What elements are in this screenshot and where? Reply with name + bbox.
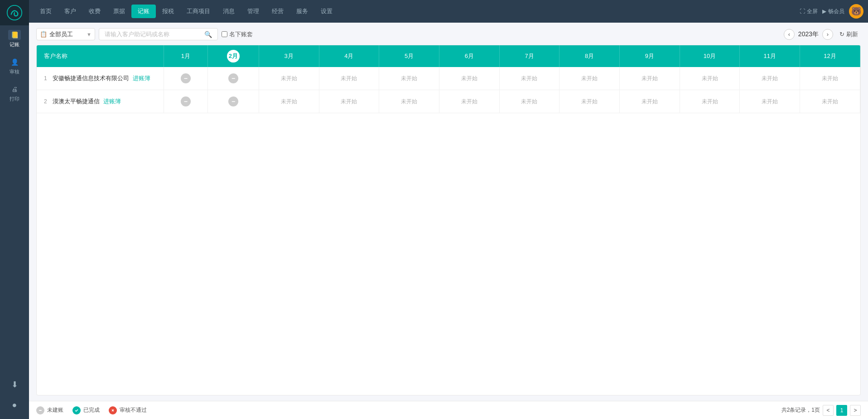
nav-message[interactable]: 消息 bbox=[217, 5, 241, 18]
status-dash-icon: − bbox=[181, 96, 191, 106]
refresh-icon: ↻ bbox=[839, 31, 844, 38]
status-not-started-text: 未开始 bbox=[281, 98, 297, 105]
col-client-name: 客户名称 bbox=[37, 45, 164, 67]
nav-tax[interactable]: 报税 bbox=[156, 5, 180, 18]
year-nav: ‹ 2023年 › bbox=[784, 29, 833, 40]
nav-client[interactable]: 客户 bbox=[58, 5, 82, 18]
cell-apr: 未开始 bbox=[319, 67, 379, 90]
status-not-started-text: 未开始 bbox=[581, 75, 598, 82]
footer: 未建账 已完成 审核不通过 共2条记录，1页 < 1 > bbox=[29, 401, 868, 419]
legend-dot-not-built bbox=[36, 406, 44, 414]
nav-settings[interactable]: 设置 bbox=[314, 5, 339, 18]
status-not-started-text: 未开始 bbox=[702, 75, 718, 82]
legend-dot-rejected bbox=[109, 406, 117, 414]
next-page-button[interactable]: > bbox=[850, 405, 861, 416]
year-label: 2023年 bbox=[798, 30, 819, 39]
cell-mar: 未开始 bbox=[259, 90, 319, 113]
col-jun: 6月 bbox=[439, 45, 499, 67]
print-icon: 🖨 bbox=[8, 84, 21, 94]
cell-mar: 未开始 bbox=[259, 67, 319, 90]
nav-billing[interactable]: 收费 bbox=[82, 5, 107, 18]
main-wrapper: 首页 客户 收费 票据 记账 报税 工商项目 消息 管理 经营 服务 设置 ⛶ … bbox=[29, 0, 868, 419]
refresh-label: 刷新 bbox=[846, 30, 858, 39]
nav-ledger[interactable]: 记账 bbox=[131, 5, 156, 18]
sidebar-item-ledger-label: 记账 bbox=[10, 41, 19, 48]
employee-select-icon: 📋 bbox=[40, 31, 47, 38]
topnav-right: ⛶ 全屏 ▶ 畅会员 🐻 bbox=[800, 4, 863, 19]
col-sep: 9月 bbox=[620, 45, 680, 67]
ledger-link[interactable]: 进账簿 bbox=[133, 74, 150, 82]
status-not-started-text: 未开始 bbox=[461, 75, 477, 82]
cell-feb: − bbox=[208, 90, 259, 113]
member-button[interactable]: ▶ 畅会员 bbox=[822, 8, 844, 15]
sidebar-item-print[interactable]: 🖨 打印 bbox=[0, 80, 29, 107]
status-not-started-text: 未开始 bbox=[341, 98, 357, 105]
fullscreen-button[interactable]: ⛶ 全屏 bbox=[800, 8, 818, 15]
search-input-wrapper: 🔍 bbox=[99, 28, 218, 40]
prev-page-button[interactable]: < bbox=[823, 405, 834, 416]
status-dash-icon: − bbox=[181, 73, 191, 83]
col-aug: 8月 bbox=[559, 45, 620, 67]
sidebar-logo bbox=[0, 0, 29, 25]
member-label: 畅会员 bbox=[828, 8, 844, 15]
current-month-circle: 2月 bbox=[227, 50, 240, 63]
cell-sep: 未开始 bbox=[620, 67, 680, 90]
legend-label-rejected: 审核不通过 bbox=[120, 406, 147, 414]
audit-icon: 👤 bbox=[8, 57, 21, 67]
client-num: 1 bbox=[44, 75, 47, 82]
prev-year-button[interactable]: ‹ bbox=[784, 29, 795, 40]
total-label: 共2条记录，1页 bbox=[781, 406, 820, 414]
cell-client-name: 1 安徽畅捷通信息技术有限公司 进账簿 bbox=[37, 67, 164, 90]
search-button[interactable]: 🔍 bbox=[203, 30, 214, 39]
checkbox-wrapper[interactable]: 名下账套 bbox=[222, 30, 253, 39]
cell-may: 未开始 bbox=[379, 90, 439, 113]
status-dash-icon: − bbox=[228, 96, 238, 106]
sidebar-item-download[interactable]: ⬇ bbox=[0, 375, 29, 394]
cell-jun: 未开始 bbox=[439, 90, 499, 113]
col-nov: 11月 bbox=[740, 45, 800, 67]
status-not-started-text: 未开始 bbox=[641, 98, 658, 105]
status-not-started-text: 未开始 bbox=[461, 98, 477, 105]
cell-oct: 未开始 bbox=[680, 90, 740, 113]
sidebar-item-audit[interactable]: 👤 审核 bbox=[0, 53, 29, 80]
col-mar: 3月 bbox=[259, 45, 319, 67]
next-year-button[interactable]: › bbox=[822, 29, 833, 40]
client-name-text: 漠澳太平畅捷通信 bbox=[53, 97, 100, 106]
cell-nov: 未开始 bbox=[740, 90, 800, 113]
nav-operation[interactable]: 经营 bbox=[265, 5, 290, 18]
client-name-text: 安徽畅捷通信息技术有限公司 bbox=[53, 74, 129, 82]
search-input[interactable] bbox=[103, 29, 203, 40]
legend-label-not-built: 未建账 bbox=[47, 406, 63, 414]
status-not-started-text: 未开始 bbox=[341, 75, 357, 82]
legend-not-built: 未建账 bbox=[36, 406, 63, 414]
cell-nov: 未开始 bbox=[740, 67, 800, 90]
cell-sep: 未开始 bbox=[620, 90, 680, 113]
nav-invoice[interactable]: 票据 bbox=[107, 5, 131, 18]
col-jan: 1月 bbox=[164, 45, 208, 67]
nav-biz[interactable]: 工商项目 bbox=[180, 5, 217, 18]
status-not-started-text: 未开始 bbox=[521, 98, 537, 105]
cell-jan: − bbox=[164, 90, 208, 113]
cell-jan: − bbox=[164, 67, 208, 90]
topnav: 首页 客户 收费 票据 记账 报税 工商项目 消息 管理 经营 服务 设置 ⛶ … bbox=[29, 0, 868, 23]
legend-dot-completed bbox=[72, 406, 81, 414]
avatar[interactable]: 🐻 bbox=[849, 4, 863, 19]
sidebar-item-audit-label: 审核 bbox=[10, 68, 19, 75]
col-may: 5月 bbox=[379, 45, 439, 67]
table-row: 1 安徽畅捷通信息技术有限公司 进账簿 −−未开始未开始未开始未开始未开始未开始… bbox=[37, 67, 860, 90]
sidebar-item-support[interactable]: ● bbox=[0, 396, 29, 414]
table-body: 1 安徽畅捷通信息技术有限公司 进账簿 −−未开始未开始未开始未开始未开始未开始… bbox=[37, 67, 860, 113]
account-checkbox[interactable] bbox=[222, 31, 227, 37]
status-not-started-text: 未开始 bbox=[581, 98, 598, 105]
sidebar-item-ledger[interactable]: 📒 记账 bbox=[0, 25, 29, 53]
status-not-started-text: 未开始 bbox=[401, 98, 417, 105]
nav-home[interactable]: 首页 bbox=[34, 5, 58, 18]
member-icon: ▶ bbox=[822, 8, 826, 14]
refresh-button[interactable]: ↻ 刷新 bbox=[837, 29, 861, 40]
nav-service[interactable]: 服务 bbox=[290, 5, 314, 18]
nav-manage[interactable]: 管理 bbox=[241, 5, 265, 18]
page-content: 📋 全部员工 ▼ 🔍 名下账套 ‹ 2023年 › ↻ 刷新 bbox=[29, 23, 868, 401]
cell-may: 未开始 bbox=[379, 67, 439, 90]
current-page-button[interactable]: 1 bbox=[836, 405, 847, 416]
ledger-link[interactable]: 进账簿 bbox=[103, 97, 121, 106]
